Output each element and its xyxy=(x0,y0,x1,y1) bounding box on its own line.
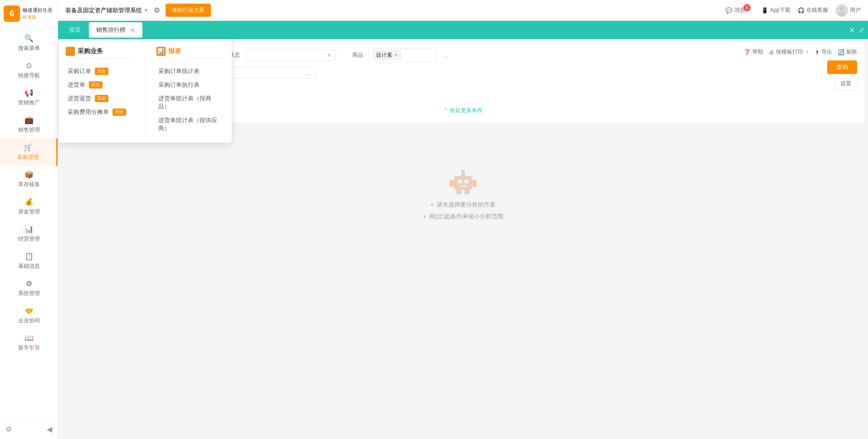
sidebar-nav: 🔍 搜索菜单 ⊙ 快捷导航 📢 营销推广 💼 销售管理 🛒 采购管理 📦 xyxy=(0,28,58,419)
print-btn[interactable]: 🖨 按模板打印 ▼ xyxy=(769,48,809,56)
dropdown-incoming-order[interactable]: 进货单 历史 xyxy=(66,78,134,92)
dropdown-report-incoming-supplier[interactable]: 进货单统计表（按供应商） xyxy=(156,113,225,135)
topbar-settings-icon[interactable]: ⚙ xyxy=(154,6,160,15)
goods-tag-remove[interactable]: ✕ xyxy=(394,53,398,58)
tab-home[interactable]: 首页 xyxy=(62,22,88,38)
goods-select[interactable]: 设计素 ✕ xyxy=(369,48,437,62)
export-icon: ⬆ xyxy=(815,49,819,55)
sidebar-item-basic[interactable]: 📋 基础信息 xyxy=(0,247,58,275)
report-col-icon: 📊 xyxy=(156,47,166,56)
sales-icon: 💼 xyxy=(24,116,34,124)
refresh-btn[interactable]: 🔄 刷新 xyxy=(838,48,857,56)
sidebar-item-search[interactable]: 🔍 搜索菜单 xyxy=(0,30,58,57)
query-button[interactable]: 查询 xyxy=(827,60,857,74)
logo-icon: 6 xyxy=(4,5,20,22)
inventory-icon: 📦 xyxy=(24,170,34,179)
purchase-col-title: 🛒 采购业务 xyxy=(66,47,134,59)
sidebar-logo: 6 畅捷通好生意 标准版 xyxy=(0,0,58,28)
dropdown-report-col: 📊 报表 采购订单统计表 采购订单执行表 进货单统计表（按商品） 进货单统计表（… xyxy=(156,47,225,135)
quicknav-icon: ⊙ xyxy=(26,61,32,70)
dropdown-purchase-col: 🛒 采购业务 采购订单 历史 进货单 历史 进货退货 历史 采购费用分摊单 历史 xyxy=(66,47,134,135)
topbar: 装备及固定资产辅助管理系统 ▼ ⚙ 体验行业方案 💬 消息 5 📱 App下载 … xyxy=(58,0,868,21)
help-btn[interactable]: ❓ 帮助 xyxy=(744,48,763,56)
dropdown-return-order[interactable]: 进货退货 历史 xyxy=(66,92,134,105)
dropdown-expense-order[interactable]: 采购费用分摊单 历史 xyxy=(66,105,134,119)
export-btn[interactable]: ⬆ 导出 xyxy=(815,48,832,56)
sidebar-item-enterprise[interactable]: 🤝 企业协同 xyxy=(0,302,58,329)
svg-rect-9 xyxy=(472,180,477,187)
toolbar-actions: ❓ 帮助 🖨 按模板打印 ▼ ⬆ 导出 xyxy=(744,48,857,56)
status-dropdown-icon: ▼ xyxy=(326,52,332,59)
sidebar-item-quicknav[interactable]: ⊙ 快捷导航 xyxy=(0,57,58,84)
tabbar: 首页 销售排行榜 ✕ ✕ ⤢ xyxy=(58,21,868,39)
status-select[interactable]: ▼ xyxy=(245,49,336,61)
system-icon: ⚙ xyxy=(26,279,32,288)
history-badge-0: 历史 xyxy=(95,68,108,75)
history-badge-2: 历史 xyxy=(95,95,108,102)
purchase-col-icon: 🛒 xyxy=(66,47,75,56)
print-dropdown-icon: ▼ xyxy=(805,49,809,54)
sidebar-collapse-btn[interactable]: ◀ xyxy=(47,425,52,434)
svg-point-0 xyxy=(839,6,844,11)
goods-tag: 设计素 ✕ xyxy=(373,50,401,60)
salesperson-select[interactable]: … xyxy=(225,67,316,79)
dropdown-report-purchase-stat[interactable]: 采购订单统计表 xyxy=(156,64,225,78)
goods-more-icon[interactable]: … xyxy=(442,52,449,59)
help-icon: ❓ xyxy=(744,49,751,55)
tab-expand-icon[interactable]: ⤢ xyxy=(858,26,864,35)
notification-btn[interactable]: 💬 消息 5 xyxy=(726,6,754,14)
system-title-dropdown[interactable]: 装备及固定资产辅助管理系统 ▼ xyxy=(65,6,148,15)
notification-icon: 💬 xyxy=(726,7,732,14)
sidebar-item-sales[interactable]: 💼 销售管理 xyxy=(0,111,58,138)
svg-point-1 xyxy=(838,12,845,16)
sidebar-item-inventory[interactable]: 📦 库存核算 xyxy=(0,166,58,193)
svg-rect-3 xyxy=(458,180,462,183)
svg-rect-2 xyxy=(454,176,472,190)
guide-icon: 📖 xyxy=(24,334,34,342)
dropdown-report-incoming-goods[interactable]: 进货单统计表（按商品） xyxy=(156,92,225,113)
online-service-btn[interactable]: 🎧 在线客服 xyxy=(798,6,828,14)
notification-count: 5 xyxy=(743,4,751,11)
sidebar-item-operation[interactable]: 📊 经营管理 xyxy=(0,220,58,247)
svg-rect-10 xyxy=(456,190,462,194)
svg-rect-4 xyxy=(464,180,468,183)
operation-icon: 📊 xyxy=(24,225,34,233)
sidebar-item-system[interactable]: ⚙ 系统管理 xyxy=(0,275,58,302)
tab-actions: ✕ ⤢ xyxy=(849,26,864,35)
sidebar-item-purchase[interactable]: 🛒 采购管理 xyxy=(0,138,58,166)
sidebar-bottom: ⚙ ◀ xyxy=(0,419,58,439)
system-title-text: 装备及固定资产辅助管理系统 xyxy=(65,6,142,15)
industry-btn[interactable]: 体验行业方案 xyxy=(166,4,211,17)
app-download-btn[interactable]: 📱 App下载 xyxy=(761,6,790,14)
sidebar-item-guide[interactable]: 📖 新手引导 xyxy=(0,329,58,356)
history-badge-1: 历史 xyxy=(89,81,102,89)
phone-icon: 📱 xyxy=(761,7,768,14)
empty-tip-2: 用[过滤]条件来缩小分析范围 xyxy=(423,212,503,221)
tab-close-icon[interactable]: ✕ xyxy=(130,27,135,34)
user-avatar xyxy=(835,4,848,17)
enterprise-icon: 🤝 xyxy=(24,306,34,315)
svg-rect-5 xyxy=(459,185,467,187)
dropdown-report-purchase-exec[interactable]: 采购订单执行表 xyxy=(156,78,225,92)
basic-icon: 📋 xyxy=(24,252,34,261)
empty-illustration xyxy=(445,163,481,199)
sidebar: 6 畅捷通好生意 标准版 🔍 搜索菜单 ⊙ 快捷导航 📢 营销推广 💼 xyxy=(0,0,58,439)
filter-right-actions: ❓ 帮助 🖨 按模板打印 ▼ ⬆ 导出 xyxy=(744,48,857,90)
tab-sales-rank[interactable]: 销售排行榜 ✕ xyxy=(89,22,142,38)
sidebar-settings-btn[interactable]: ⚙ xyxy=(5,425,12,434)
user-menu-btn[interactable]: 用户 xyxy=(835,4,861,17)
tab-close-window-icon[interactable]: ✕ xyxy=(849,26,855,35)
dropdown-divider xyxy=(145,47,146,135)
salesperson-more-icon[interactable]: … xyxy=(306,69,312,76)
topbar-right: 💬 消息 5 📱 App下载 🎧 在线客服 用户 xyxy=(726,4,861,17)
report-col-title: 📊 报表 xyxy=(156,47,225,59)
empty-tip-1: 请先选择要分析的方案 xyxy=(430,201,496,209)
settings-button[interactable]: 设置 xyxy=(834,78,857,90)
dropdown-purchase-order[interactable]: 采购订单 历史 xyxy=(66,64,134,78)
svg-point-7 xyxy=(461,170,465,173)
sidebar-item-finance[interactable]: 💰 资金管理 xyxy=(0,193,58,220)
purchase-dropdown-menu: 🛒 采购业务 采购订单 历史 进货单 历史 进货退货 历史 采购费用分摊单 历史 xyxy=(58,39,232,143)
sidebar-item-marketing[interactable]: 📢 营销推广 xyxy=(0,84,58,111)
refresh-icon: 🔄 xyxy=(838,49,844,55)
logo-text: 畅捷通好生意 标准版 xyxy=(23,7,53,20)
